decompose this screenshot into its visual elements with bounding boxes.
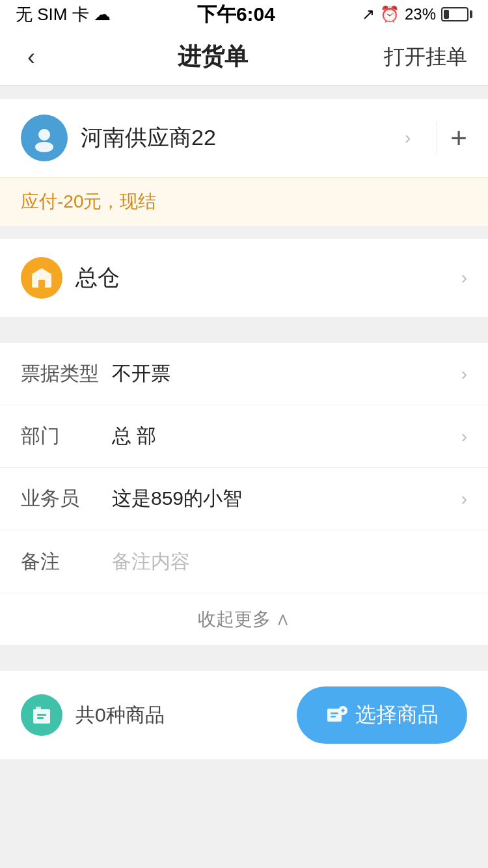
section-divider-3	[0, 317, 488, 330]
svg-rect-5	[33, 709, 50, 724]
invoice-value: 不开票	[112, 360, 461, 387]
supplier-avatar	[21, 115, 68, 161]
alarm-icon: ⏰	[380, 5, 400, 23]
svg-point-0	[38, 129, 50, 141]
supplier-row[interactable]: 河南供应商22 › +	[0, 99, 488, 177]
select-product-button[interactable]: 选择商品	[297, 686, 467, 744]
status-time: 下午6:04	[197, 1, 275, 28]
add-supplier-button[interactable]: +	[450, 122, 467, 154]
invoice-arrow-icon: ›	[461, 364, 467, 385]
svg-rect-7	[37, 714, 46, 716]
section-divider-4	[0, 645, 488, 658]
supplier-name: 河南供应商22	[81, 123, 392, 153]
svg-rect-4	[38, 280, 45, 288]
battery-icon	[441, 7, 472, 21]
remark-label: 备注	[21, 549, 99, 575]
form-row-remark[interactable]: 备注 备注内容	[0, 530, 488, 593]
status-left: 无 SIM 卡 ☁	[16, 3, 111, 26]
svg-rect-10	[331, 712, 338, 714]
salesperson-label: 业务员	[21, 485, 99, 512]
signal-text: 无 SIM 卡 ☁	[16, 3, 111, 26]
status-bar: 无 SIM 卡 ☁ 下午6:04 ↗ ⏰ 23%	[0, 0, 488, 29]
collapse-more-button[interactable]: 收起更多 ∧	[0, 593, 488, 645]
warehouse-name: 总仓	[75, 263, 448, 293]
warehouse-arrow-icon: ›	[461, 267, 467, 288]
form-row-salesperson[interactable]: 业务员 这是859的小智 ›	[0, 468, 488, 530]
supplier-section: 河南供应商22 › + 应付-20元，现结	[0, 99, 488, 226]
bottom-bar: 共0种商品 选择商品	[0, 671, 488, 759]
form-row-invoice[interactable]: 票据类型 不开票 ›	[0, 343, 488, 405]
gray-area	[0, 759, 488, 868]
product-icon	[21, 694, 62, 736]
nav-bar: ‹ 进货单 打开挂单	[0, 29, 488, 86]
svg-point-1	[35, 142, 53, 152]
select-btn-label: 选择商品	[355, 701, 439, 729]
location-icon: ↗	[362, 5, 375, 23]
department-value: 总 部	[112, 423, 461, 450]
back-button[interactable]: ‹	[21, 37, 42, 77]
salesperson-arrow-icon: ›	[461, 489, 467, 509]
open-pending-button[interactable]: 打开挂单	[384, 43, 467, 72]
vertical-divider	[437, 122, 437, 154]
status-right: ↗ ⏰ 23%	[362, 5, 472, 23]
warehouse-section: 总仓 ›	[0, 239, 488, 317]
warehouse-icon	[21, 257, 62, 299]
section-divider-1	[0, 86, 488, 99]
warehouse-row[interactable]: 总仓 ›	[0, 239, 488, 317]
svg-rect-8	[37, 717, 44, 719]
department-arrow-icon: ›	[461, 426, 467, 447]
svg-rect-11	[331, 716, 336, 718]
remark-placeholder: 备注内容	[112, 549, 467, 575]
svg-rect-6	[36, 707, 41, 711]
svg-marker-3	[31, 268, 52, 275]
form-section: 票据类型 不开票 › 部门 总 部 › 业务员 这是859的小智 › 备注 备注…	[0, 343, 488, 593]
salesperson-value: 这是859的小智	[112, 485, 461, 512]
battery-percent: 23%	[405, 5, 436, 23]
department-label: 部门	[21, 423, 99, 450]
supplier-arrow-icon: ›	[405, 128, 411, 148]
invoice-label: 票据类型	[21, 360, 99, 387]
page-title: 进货单	[178, 41, 248, 73]
product-count-label: 共0种商品	[75, 702, 284, 729]
notice-banner: 应付-20元，现结	[0, 177, 488, 226]
svg-rect-14	[342, 709, 344, 712]
section-divider-2	[0, 226, 488, 239]
form-row-department[interactable]: 部门 总 部 ›	[0, 405, 488, 468]
